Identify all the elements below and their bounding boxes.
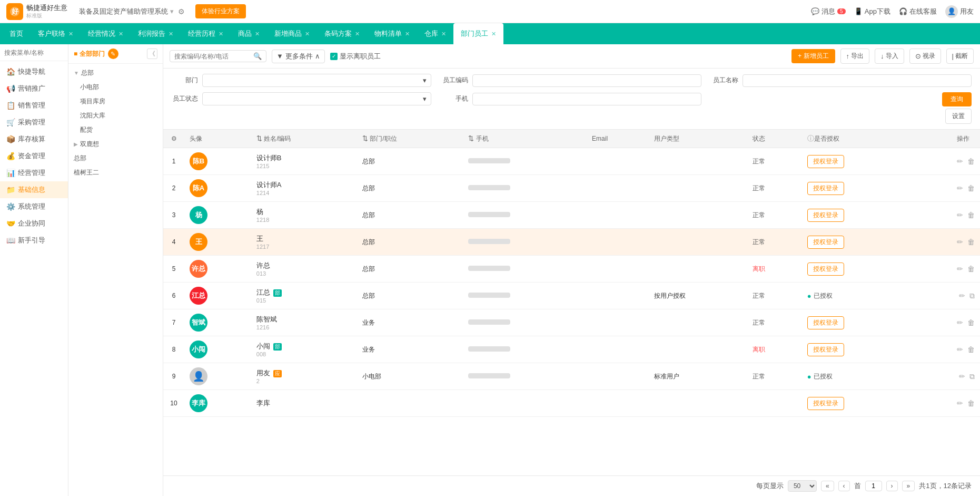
sidebar-item-basic-info[interactable]: 📁 基础信息 [0, 181, 68, 198]
emp-name-input[interactable] [743, 74, 972, 87]
edit-icon[interactable]: ✏ [957, 265, 963, 273]
close-icon[interactable]: ✕ [219, 31, 223, 37]
sidebar-item-guide[interactable]: 📖 新手引导 [0, 232, 68, 249]
edit-icon[interactable]: ✏ [957, 318, 963, 327]
auth-button[interactable]: 授权登录 [807, 397, 844, 410]
dept-node-distribution[interactable]: 配货 [68, 123, 163, 137]
dept-node-headquarters-parent[interactable]: ▼总部 [68, 66, 163, 80]
nav-tab-warehouse[interactable]: 仓库 ✕ [417, 23, 453, 44]
nav-tab-bom[interactable]: 物料清单 ✕ [367, 23, 417, 44]
view-button[interactable]: ⊙视录 [909, 48, 941, 64]
nav-tab-dept-employee[interactable]: 部门员工 ✕ [453, 23, 503, 44]
auth-button[interactable]: 授权登录 [807, 316, 844, 329]
delete-icon[interactable]: 🗑 [967, 238, 975, 246]
edit-icon[interactable]: ✏ [957, 399, 963, 407]
sidebar-item-system[interactable]: ⚙️ 系统管理 [0, 198, 68, 215]
col-settings[interactable]: ⚙ [163, 130, 184, 148]
edit-icon[interactable]: ✏ [957, 184, 963, 192]
sidebar-item-management[interactable]: 📊 经营管理 [0, 164, 68, 181]
edit-icon[interactable]: ✏ [959, 372, 965, 381]
import-button[interactable]: ↓导入 [875, 48, 904, 64]
close-icon[interactable]: ✕ [255, 31, 260, 37]
dept-node-project[interactable]: 项目库房 [68, 94, 163, 109]
nav-tab-profit[interactable]: 利润报告 ✕ [131, 23, 181, 44]
nav-tab-customer[interactable]: 客户联络 ✕ [31, 23, 81, 44]
last-page-button[interactable]: » [902, 481, 915, 491]
close-icon[interactable]: ✕ [491, 31, 496, 37]
emp-code-input[interactable] [472, 74, 701, 87]
message-item[interactable]: 💬 消息 5 [811, 7, 846, 16]
sidebar-item-inventory[interactable]: 📦 库存核算 [0, 131, 68, 148]
dept-edit-button[interactable]: ✎ [108, 48, 118, 59]
close-icon[interactable]: ✕ [169, 31, 173, 37]
delete-icon[interactable]: 🗑 [967, 265, 975, 273]
close-icon[interactable]: ✕ [118, 31, 123, 37]
edit-icon[interactable]: ✏ [959, 291, 965, 300]
online-service-item[interactable]: 🎧 在线客服 [899, 7, 937, 16]
close-icon[interactable]: ✕ [68, 31, 73, 37]
more-filter-button[interactable]: ▼ 更多条件 ∧ [272, 50, 325, 63]
dept-node-xiaodian[interactable]: 小电部 [68, 80, 163, 94]
per-page-select[interactable]: 50 100 [788, 480, 817, 492]
set-button[interactable]: 设置 [945, 109, 972, 124]
current-page-input[interactable] [865, 481, 882, 491]
dept-node-zhishu[interactable]: 植树王二 [68, 166, 163, 180]
dept-node-shuanglu[interactable]: ▶双鹿想 [68, 137, 163, 151]
sidebar-item-purchase[interactable]: 🛒 采购管理 [0, 114, 68, 131]
nav-tab-home[interactable]: 首页 [2, 23, 31, 44]
system-title-dropdown-icon[interactable]: ▾ [170, 7, 174, 15]
status-filter-select[interactable]: ▾ [202, 92, 431, 105]
first-page-button[interactable]: « [821, 481, 834, 491]
query-button[interactable]: 查询 [942, 92, 972, 106]
close-icon[interactable]: ✕ [405, 31, 410, 37]
gear-icon[interactable]: ⚙ [178, 7, 185, 16]
delete-icon[interactable]: 🗑 [967, 184, 975, 192]
experience-button[interactable]: 体验行业方案 [195, 4, 246, 18]
delete-icon[interactable]: 🗑 [967, 318, 975, 327]
export-button[interactable]: ↑导出 [840, 48, 870, 64]
col-name-code[interactable]: ⇅ 姓名/编码 [251, 130, 357, 148]
sidebar-item-sales[interactable]: 📋 销售管理 [0, 97, 68, 114]
add-employee-button[interactable]: + 新增员工 [791, 49, 835, 63]
user-item[interactable]: 👤 用友 [945, 5, 974, 18]
sidebar-item-collab[interactable]: 🤝 企业协同 [0, 215, 68, 232]
delete-icon[interactable]: 🗑 [967, 345, 975, 354]
sidebar-item-marketing[interactable]: 📢 营销推广 [0, 80, 68, 97]
nav-tab-goods[interactable]: 商品 ✕ [231, 23, 267, 44]
dept-filter-select[interactable]: ▾ [202, 74, 431, 87]
nav-tab-barcode[interactable]: 条码方案 ✕ [317, 23, 367, 44]
auth-button[interactable]: 授权登录 [807, 236, 844, 249]
col-dept[interactable]: ⇅ 部门/职位 [357, 130, 463, 148]
auth-button[interactable]: 授权登录 [807, 209, 844, 222]
extra-button[interactable]: |截断 [946, 48, 974, 64]
edit-icon[interactable]: ✏ [957, 345, 963, 354]
app-download-item[interactable]: 📱 App下载 [854, 7, 890, 16]
delete-icon[interactable]: 🗑 [967, 211, 975, 219]
delete-icon[interactable]: 🗑 [967, 399, 975, 407]
close-icon[interactable]: ✕ [441, 31, 446, 37]
sidebar-item-finance[interactable]: 💰 资金管理 [0, 148, 68, 164]
search-input[interactable] [174, 53, 253, 60]
sidebar-item-quicknav[interactable]: 🏠 快捷导航 [0, 63, 68, 80]
next-page-button[interactable]: › [886, 481, 898, 491]
auth-button[interactable]: 授权登录 [807, 262, 844, 276]
dept-node-hq[interactable]: 总部 [68, 151, 163, 166]
auth-button[interactable]: 授权登录 [807, 182, 844, 195]
nav-tab-add-goods[interactable]: 新增商品 ✕ [267, 23, 317, 44]
edit-icon[interactable]: ✏ [957, 157, 963, 166]
phone-input[interactable] [472, 93, 701, 105]
copy-icon[interactable]: ⧉ [969, 291, 975, 300]
dept-node-shenyang[interactable]: 沈阳大库 [68, 109, 163, 123]
edit-icon[interactable]: ✏ [957, 211, 963, 219]
prev-page-button[interactable]: ‹ [838, 481, 850, 491]
close-icon[interactable]: ✕ [355, 31, 360, 37]
close-icon[interactable]: ✕ [305, 31, 310, 37]
col-phone[interactable]: ⇅ 手机 [463, 130, 587, 148]
edit-icon[interactable]: ✏ [957, 238, 963, 246]
copy-icon[interactable]: ⧉ [969, 372, 975, 381]
show-resigned-toggle[interactable]: ✓ 显示离职员工 [330, 52, 381, 61]
sidebar-search-input[interactable] [4, 49, 68, 56]
nav-tab-history[interactable]: 经营历程 ✕ [181, 23, 231, 44]
delete-icon[interactable]: 🗑 [967, 157, 975, 166]
nav-tab-operations[interactable]: 经营情况 ✕ [81, 23, 131, 44]
